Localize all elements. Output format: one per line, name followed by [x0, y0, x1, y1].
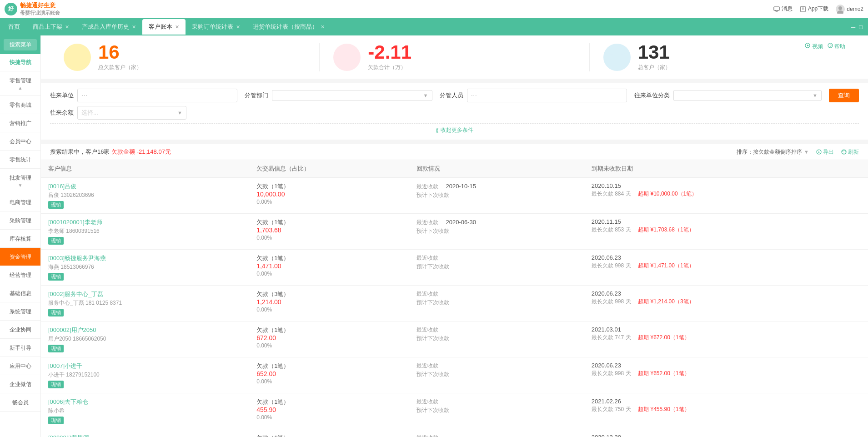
- debt-count-1: 欠款（1笔）: [256, 218, 402, 226]
- tab-close-customer-account[interactable]: ✕: [175, 24, 179, 30]
- filter-category-select[interactable]: ▼: [673, 90, 822, 101]
- sidebar-item-enterprise-coop[interactable]: 企业协同: [0, 321, 40, 339]
- tab-purchase-stats[interactable]: 采购订单统计表 ✕: [186, 19, 246, 35]
- svg-rect-0: [774, 7, 779, 10]
- overdue-days-4: 最长欠款 747 天: [592, 334, 637, 341]
- customer-phone-5: 小进千 18279152100: [48, 371, 242, 379]
- collection-next-6: 预计下次收款: [416, 407, 577, 414]
- sidebar-item-operations[interactable]: 经营管理: [0, 266, 40, 284]
- tab-close-product-off[interactable]: ✕: [65, 24, 69, 30]
- overdue-link-2[interactable]: 超期 ¥1,471.00（1笔）: [638, 262, 694, 269]
- sidebar-item-ecommerce[interactable]: 电商管理: [0, 193, 40, 211]
- debt-percent-3: 0.00%: [256, 306, 402, 313]
- sidebar-item-retail-mall[interactable]: 零售商城: [0, 96, 40, 114]
- sidebar-item-enterprise-wechat[interactable]: 企业微信: [0, 375, 40, 393]
- data-table: 客户信息 欠交易信息（占比） 回款情况 到期未收款日期 [0016]吕俊 吕俊 …: [41, 160, 868, 437]
- export-button[interactable]: 导出: [816, 148, 834, 156]
- tab-product-history[interactable]: 产成品入库单历史 ✕: [75, 19, 142, 35]
- overdue-link-6[interactable]: 超期 ¥455.90（1笔）: [638, 406, 689, 412]
- sidebar-item-system[interactable]: 系统管理: [0, 302, 40, 321]
- sidebar-nav: 零售管理 ▲ 零售商城 营销推广 会员中心 零售统计 批发管理 ▼: [0, 71, 40, 412]
- customer-tag-0: 现销: [48, 201, 64, 209]
- filter-supplier-input[interactable]: ···: [77, 89, 237, 102]
- tab-customer-account[interactable]: 客户账本 ✕: [142, 19, 186, 35]
- collection-next-3: 预计下次收款: [416, 299, 577, 306]
- overdue-days-2: 最长欠款 998 天: [592, 262, 637, 269]
- sidebar-item-app-center[interactable]: 应用中心: [0, 357, 40, 375]
- filter-person-input[interactable]: ···: [467, 89, 627, 102]
- table-header: 客户信息 欠交易信息（占比） 回款情况 到期未收款日期: [41, 160, 868, 178]
- help-link[interactable]: ? 帮助: [828, 43, 845, 50]
- overdue-date-4: 2021.03.01: [592, 326, 861, 333]
- tab-product-off[interactable]: 商品上下架 ✕: [26, 19, 75, 35]
- stat-card-total: 131 总客户（家） 视频 ? 帮助: [589, 43, 859, 71]
- sidebar-item-retail-mgmt[interactable]: 零售管理 ▲: [0, 71, 40, 96]
- refresh-button[interactable]: 刷新: [841, 148, 859, 156]
- overdue-link-0[interactable]: 超期 ¥10,000.00（1笔）: [638, 191, 697, 197]
- filter-balance-select[interactable]: 选择... ▼: [77, 106, 186, 120]
- overdue-link-4[interactable]: 超期 ¥672.00（1笔）: [638, 334, 689, 341]
- video-link[interactable]: 视频: [805, 43, 823, 50]
- search-menu-button[interactable]: 搜索菜单: [4, 39, 37, 50]
- overdue-date-6: 2021.02.26: [592, 398, 861, 405]
- tab-home[interactable]: 首页: [2, 19, 26, 35]
- cell-customer-6: [0006]去下粮仓 陈小希 现销: [41, 393, 249, 429]
- sidebar-item-member-center[interactable]: 会员中心: [0, 132, 40, 151]
- tab-close-purchase-product-stats[interactable]: ✕: [321, 24, 325, 30]
- tab-minimize[interactable]: ─: [851, 24, 855, 30]
- top-bar-left: 好 畅捷通好生意 母婴行业演示账套: [5, 1, 60, 16]
- sidebar-item-purchase[interactable]: 采购管理: [0, 211, 40, 230]
- overdue-link-5[interactable]: 超期 ¥652.00（1笔）: [638, 370, 689, 377]
- customer-tag-2: 现销: [48, 273, 64, 281]
- tab-close-product-history[interactable]: ✕: [132, 24, 136, 30]
- tab-purchase-product-stats[interactable]: 进货单统计表（按商品） ✕: [246, 19, 331, 35]
- stat-content-total: 131 总客户（家）: [638, 43, 671, 71]
- sidebar-item-vip-member[interactable]: 畅会员: [0, 393, 40, 412]
- sidebar-item-finance[interactable]: 资金管理: [0, 248, 40, 266]
- sidebar-item-new-guide[interactable]: 新手引导: [0, 339, 40, 357]
- svg-point-6: [71, 59, 84, 66]
- customer-id-link-5[interactable]: [0007]小进千: [48, 362, 242, 370]
- app-title: 畅捷通好生意: [20, 1, 60, 10]
- overdue-days-3: 最长欠款 998 天: [592, 298, 637, 305]
- customer-id-link-6[interactable]: [0006]去下粮仓: [48, 398, 242, 406]
- sidebar-item-basic-info[interactable]: 基础信息: [0, 284, 40, 302]
- customer-id-link-1[interactable]: [0001020001]李老师: [48, 218, 242, 226]
- sidebar-item-marketing[interactable]: 营销推广: [0, 114, 40, 132]
- result-actions: 排序：按欠款金额倒序排序 ▼ 导出 刷新: [737, 148, 859, 156]
- debt-percent-5: 0.00%: [256, 378, 402, 385]
- sidebar-item-wholesale-mgmt[interactable]: 批发管理 ▼: [0, 169, 40, 193]
- collapse-row[interactable]: ⟪ 收起更多条件: [50, 126, 859, 134]
- table-row: [0007]小进千 小进千 18279152100 现销 欠款（1笔） 652.…: [41, 357, 868, 393]
- col-header-debt: 欠交易信息（占比）: [249, 160, 409, 178]
- customer-id-link-7[interactable]: [000001]黄思源: [48, 434, 242, 437]
- customer-id-link-2[interactable]: [0003]畅捷服务尹海燕: [48, 254, 242, 262]
- customer-tag-5: 现销: [48, 381, 64, 388]
- sidebar: 搜索菜单 快捷导航 零售管理 ▲ 零售商城 营销推广 会员中心: [0, 35, 41, 437]
- debt-percent-1: 0.00%: [256, 235, 402, 241]
- app-download-link[interactable]: App下载: [800, 5, 828, 13]
- tab-close-purchase-stats[interactable]: ✕: [236, 24, 240, 30]
- cell-debt-3: 欠款（3笔） 1,214.00 0.00%: [249, 286, 409, 321]
- filter-category: 往来单位分类 ▼: [634, 90, 822, 101]
- customer-id-link-0[interactable]: [0016]吕俊: [48, 182, 242, 191]
- cell-overdue-1: 2020.11.15 最长欠款 853 天 超期 ¥1,703.68（1笔）: [584, 214, 868, 250]
- message-link[interactable]: 消息: [773, 5, 793, 13]
- overdue-link-3[interactable]: 超期 ¥1,214.00（3笔）: [638, 298, 694, 305]
- customer-id-link-4[interactable]: [000002]用户2050: [48, 326, 242, 334]
- customer-id-link-3[interactable]: [0002]服务中心_丁磊: [48, 290, 242, 298]
- table-row: [000002]用户2050 用户2050 18665062050 现销 欠款（…: [41, 321, 868, 357]
- user-avatar[interactable]: demo2: [836, 5, 863, 14]
- debt-count-7: 欠款（1笔）: [256, 434, 402, 437]
- filter-dept-select[interactable]: ▼: [272, 90, 432, 101]
- collection-info-6: 最近收款: [416, 398, 577, 406]
- sidebar-item-retail-stats[interactable]: 零售统计: [0, 151, 40, 169]
- overdue-link-1[interactable]: 超期 ¥1,703.68（1笔）: [638, 226, 694, 233]
- sort-select[interactable]: 排序：按欠款金额倒序排序 ▼: [737, 148, 809, 156]
- search-button[interactable]: 查询: [829, 89, 859, 102]
- tab-maximize[interactable]: □: [859, 24, 863, 30]
- debt-count-5: 欠款（1笔）: [256, 362, 402, 370]
- filter-dept: 分管部门 ▼: [245, 90, 432, 101]
- table-row: [0002]服务中心_丁磊 服务中心_丁磊 181 0125 8371 现销 欠…: [41, 286, 868, 321]
- sidebar-item-inventory[interactable]: 库存核算: [0, 230, 40, 248]
